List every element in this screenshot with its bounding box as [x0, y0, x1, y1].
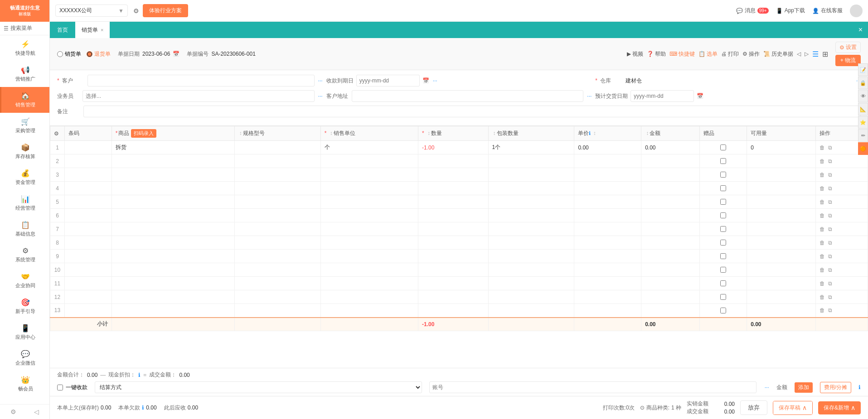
row-unit-price[interactable]: 0.00	[574, 141, 641, 154]
row-amount[interactable]	[641, 195, 700, 209]
row-gift[interactable]	[700, 304, 747, 318]
gift-checkbox[interactable]	[720, 253, 726, 259]
row-product[interactable]	[112, 182, 234, 195]
sidebar-search[interactable]: ☰ 搜索菜单	[0, 22, 49, 35]
row-gift[interactable]	[700, 182, 747, 195]
row-spec[interactable]	[234, 154, 320, 168]
message-item[interactable]: 💬 消息 99+	[736, 7, 769, 14]
expense-info-icon[interactable]: ℹ	[858, 384, 861, 390]
row-unit[interactable]	[320, 263, 418, 277]
row-product[interactable]	[112, 304, 234, 318]
row-pack-qty[interactable]	[488, 222, 574, 236]
row-product[interactable]	[112, 209, 234, 222]
row-unit[interactable]	[320, 236, 418, 250]
salesperson-ellipsis[interactable]: ···	[318, 93, 323, 99]
row-product[interactable]	[112, 195, 234, 209]
copy-icon[interactable]: ⧉	[828, 144, 832, 151]
right-panel-btn-6[interactable]: ✏	[858, 129, 868, 142]
sidebar-item-system[interactable]: ⚙ 系统管理	[0, 242, 49, 268]
row-unit[interactable]	[320, 209, 418, 222]
right-panel-btn-1[interactable]: 📝	[858, 63, 868, 76]
row-pack-qty[interactable]	[488, 154, 574, 168]
row-unit[interactable]	[320, 222, 418, 236]
row-unit[interactable]	[320, 250, 418, 263]
row-pack-qty[interactable]	[488, 277, 574, 290]
trial-button[interactable]: 体验行业方案	[143, 4, 188, 17]
row-product[interactable]	[112, 290, 234, 304]
right-panel-btn-3[interactable]: 👁	[858, 90, 868, 102]
payment-method-select[interactable]: 结算方式	[95, 381, 422, 393]
row-spec[interactable]	[234, 182, 320, 195]
sidebar-item-finance[interactable]: 💰 资金管理	[0, 164, 49, 190]
delete-icon[interactable]: 🗑	[820, 185, 825, 192]
row-spec[interactable]	[234, 195, 320, 209]
row-unit-price[interactable]	[574, 263, 641, 277]
sidebar-item-quick-nav[interactable]: ⚡ 快捷导航	[0, 35, 49, 61]
row-quantity[interactable]	[418, 168, 489, 182]
row-amount[interactable]	[641, 250, 700, 263]
salesperson-input[interactable]	[82, 90, 315, 102]
row-product[interactable]	[112, 222, 234, 236]
row-unit-price[interactable]	[574, 250, 641, 263]
row-amount[interactable]	[641, 222, 700, 236]
row-unit-price[interactable]	[574, 304, 641, 318]
sidebar-item-apps[interactable]: 📱 应用中心	[0, 319, 49, 345]
row-pack-qty[interactable]: 1个	[488, 141, 574, 154]
row-quantity[interactable]	[418, 290, 489, 304]
sidebar-settings-icon[interactable]: ⚙	[10, 408, 16, 415]
row-unit-price[interactable]	[574, 154, 641, 168]
row-unit[interactable]	[320, 304, 418, 318]
logistics-button[interactable]: + 物流	[835, 55, 861, 66]
expected-delivery-calendar-icon[interactable]: 📅	[697, 93, 703, 99]
next-record-icon[interactable]: ▷	[805, 51, 809, 57]
sidebar-item-sales[interactable]: 🏠 销售管理	[0, 87, 49, 113]
row-gift[interactable]	[700, 141, 747, 154]
row-quantity[interactable]: -1.00	[418, 141, 489, 154]
row-spec[interactable]	[234, 277, 320, 290]
row-gift[interactable]	[700, 195, 747, 209]
grid-view-icon[interactable]: ⊞	[822, 50, 828, 58]
row-unit-price[interactable]	[574, 290, 641, 304]
row-unit[interactable]	[320, 195, 418, 209]
gift-checkbox[interactable]	[720, 226, 726, 232]
delete-icon[interactable]: 🗑	[820, 253, 825, 260]
row-barcode[interactable]	[65, 236, 112, 250]
pack-sort-icon[interactable]: ↕	[493, 130, 496, 136]
header-settings-icon[interactable]: ⚙	[133, 7, 139, 14]
action-select[interactable]: 📋 选单	[698, 50, 718, 58]
row-unit-price[interactable]	[574, 236, 641, 250]
row-quantity[interactable]	[418, 236, 489, 250]
row-gift[interactable]	[700, 154, 747, 168]
row-barcode[interactable]	[65, 195, 112, 209]
prev-record-icon[interactable]: ◁	[797, 51, 801, 57]
qty-sort-icon[interactable]: ↕	[427, 130, 430, 136]
row-quantity[interactable]	[418, 222, 489, 236]
total-owe-info-icon[interactable]: ℹ	[142, 405, 144, 411]
row-unit-price[interactable]	[574, 182, 641, 195]
right-panel-btn-2[interactable]: 🔒	[858, 77, 868, 89]
row-amount[interactable]	[641, 304, 700, 318]
row-amount[interactable]	[641, 209, 700, 222]
action-print[interactable]: 🖨 打印	[721, 50, 739, 58]
gift-checkbox[interactable]	[720, 308, 726, 313]
row-unit[interactable]: 个	[320, 141, 418, 154]
row-spec[interactable]	[234, 304, 320, 318]
delete-icon[interactable]: 🗑	[820, 158, 825, 164]
row-unit-price[interactable]	[574, 195, 641, 209]
copy-icon[interactable]: ⧉	[828, 158, 832, 164]
row-amount[interactable]	[641, 168, 700, 182]
row-spec[interactable]	[234, 222, 320, 236]
gift-checkbox[interactable]	[720, 280, 726, 286]
copy-icon[interactable]: ⧉	[828, 240, 832, 246]
row-amount[interactable]	[641, 236, 700, 250]
row-product[interactable]	[112, 154, 234, 168]
row-spec[interactable]	[234, 141, 320, 154]
row-quantity[interactable]	[418, 195, 489, 209]
price-sort-icon[interactable]: ↕	[593, 130, 596, 136]
row-barcode[interactable]	[65, 290, 112, 304]
action-history[interactable]: 📜 历史单据	[763, 50, 793, 58]
customer-address-ellipsis[interactable]: ···	[587, 93, 592, 99]
gift-checkbox[interactable]	[720, 144, 726, 150]
row-quantity[interactable]	[418, 154, 489, 168]
row-product[interactable]	[112, 250, 234, 263]
